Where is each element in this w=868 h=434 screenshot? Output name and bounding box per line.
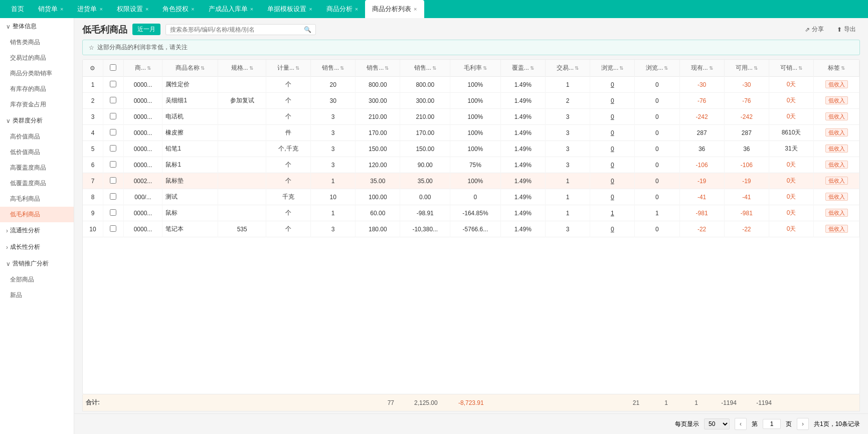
row-checkbox[interactable] <box>103 221 123 237</box>
row-checkbox[interactable] <box>103 125 123 141</box>
col-header-views2[interactable]: 浏览...⇅ <box>635 60 679 77</box>
nav-close-icon[interactable]: × <box>99 6 102 12</box>
export-button[interactable]: ⬆ 导出 <box>833 23 860 36</box>
nav-item-进货单[interactable]: 进货单 × <box>70 0 109 18</box>
col-header-spec[interactable]: 规格...⇅ <box>218 60 266 77</box>
row-spec <box>218 77 266 93</box>
nav-close-icon[interactable]: × <box>414 6 417 12</box>
nav-close-icon[interactable]: × <box>250 6 253 12</box>
row-select-checkbox[interactable] <box>110 161 116 168</box>
row-checkbox[interactable] <box>103 141 123 157</box>
col-header-transactions[interactable]: 交易...⇅ <box>545 60 590 77</box>
row-checkbox[interactable] <box>103 157 123 173</box>
col-header-saleable_days[interactable]: 可销...⇅ <box>769 60 813 77</box>
search-input[interactable] <box>170 26 304 33</box>
sidebar-item-低覆盖度商品[interactable]: 低覆盖度商品 <box>0 176 74 191</box>
row-checkbox[interactable] <box>103 173 123 189</box>
col-header-sales_price[interactable]: 销售...⇅ <box>356 60 400 77</box>
nav-close-icon[interactable]: × <box>60 6 63 12</box>
nav-close-icon[interactable]: × <box>309 6 312 12</box>
row-select-checkbox[interactable] <box>110 145 116 152</box>
per-page-select[interactable]: 50 100 200 <box>704 418 730 429</box>
col-header-settings: ⚙ <box>83 60 103 77</box>
prev-page-button[interactable]: ‹ <box>735 418 747 430</box>
total-info: 共1页，10条记录 <box>814 420 860 428</box>
sidebar-group-整体信息[interactable]: ∨ 整体信息 <box>0 18 74 35</box>
settings-icon[interactable]: ⚙ <box>90 65 95 72</box>
row-select-checkbox[interactable] <box>110 81 116 87</box>
search-box[interactable]: 🔍 <box>165 24 316 35</box>
row-views1[interactable]: 0 <box>590 93 635 109</box>
sidebar-item-全部商品[interactable]: 全部商品 <box>0 272 74 287</box>
sidebar-item-低毛利商品[interactable]: 低毛利商品 <box>0 207 74 222</box>
row-select-checkbox[interactable] <box>110 129 116 135</box>
row-select-checkbox[interactable] <box>110 113 116 119</box>
row-views1[interactable]: 0 <box>590 173 635 189</box>
row-checkbox[interactable] <box>103 189 123 205</box>
col-header-coverage[interactable]: 覆盖...⇅ <box>500 60 545 77</box>
search-icon[interactable]: 🔍 <box>304 26 311 33</box>
nav-item-商品分析[interactable]: 商品分析 × <box>319 0 365 18</box>
row-checkbox[interactable] <box>103 77 123 93</box>
col-header-available_stock[interactable]: 可用...⇅ <box>724 60 769 77</box>
page-number-input[interactable] <box>763 419 781 429</box>
nav-close-icon[interactable]: × <box>145 6 148 12</box>
col-header-views1[interactable]: 浏览...⇅ <box>590 60 635 77</box>
row-views1[interactable]: 0 <box>590 125 635 141</box>
nav-close-icon[interactable]: × <box>355 6 358 12</box>
col-header-gross_margin[interactable]: 毛利率⇅ <box>450 60 501 77</box>
sidebar-item-新品[interactable]: 新品 <box>0 287 74 303</box>
sidebar-item-高毛利商品[interactable]: 高毛利商品 <box>0 191 74 207</box>
row-views1[interactable]: 1 <box>590 205 635 221</box>
row-views1[interactable]: 0 <box>590 221 635 237</box>
next-page-button[interactable]: › <box>797 418 809 430</box>
filter-button[interactable]: 近一月 <box>132 24 160 35</box>
col-header-code[interactable]: 商...⇅ <box>123 60 162 77</box>
row-select-checkbox[interactable] <box>110 225 116 232</box>
sidebar-item-低价值商品[interactable]: 低价值商品 <box>0 144 74 160</box>
row-views1[interactable]: 0 <box>590 157 635 173</box>
row-checkbox[interactable] <box>103 93 123 109</box>
sidebar-group-营销推广分析[interactable]: ∨ 营销推广分析 <box>0 255 74 272</box>
sidebar-item-销售类商品[interactable]: 销售类商品 <box>0 35 74 50</box>
nav-item-权限设置[interactable]: 权限设置 × <box>110 0 155 18</box>
col-header-sales_qty[interactable]: 销售...⇅ <box>311 60 356 77</box>
row-checkbox[interactable] <box>103 109 123 125</box>
sidebar-item-交易过的商品[interactable]: 交易过的商品 <box>0 50 74 66</box>
row-select-checkbox[interactable] <box>110 97 116 103</box>
row-select-checkbox[interactable] <box>110 177 116 184</box>
col-header-tag[interactable]: 标签⇅ <box>814 60 859 77</box>
row-select-checkbox[interactable] <box>110 209 116 216</box>
row-views1[interactable]: 0 <box>590 141 635 157</box>
sort-icon: ⇅ <box>530 65 534 71</box>
sidebar-item-库存资金占用[interactable]: 库存资金占用 <box>0 97 74 112</box>
nav-item-首页[interactable]: 首页 <box>4 0 31 18</box>
sidebar-group-流通性分析[interactable]: › 流通性分析 <box>0 222 74 239</box>
data-table-wrapper[interactable]: ⚙商...⇅商品名称⇅规格...⇅计量...⇅销售...⇅销售...⇅销售...… <box>82 59 860 394</box>
select-all-checkbox[interactable] <box>110 64 116 71</box>
col-header-unit[interactable]: 计量...⇅ <box>266 60 310 77</box>
col-header-name[interactable]: 商品名称⇅ <box>162 60 218 77</box>
row-views1[interactable]: 0 <box>590 109 635 125</box>
nav-item-产成品入库单[interactable]: 产成品入库单 × <box>202 0 260 18</box>
col-header-sales_profit[interactable]: 销售...⇅ <box>400 60 450 77</box>
sidebar-item-商品分类助销率[interactable]: 商品分类助销率 <box>0 66 74 81</box>
row-select-checkbox[interactable] <box>110 193 116 200</box>
nav-item-单据模板设置[interactable]: 单据模板设置 × <box>260 0 319 18</box>
sidebar-item-高覆盖度商品[interactable]: 高覆盖度商品 <box>0 160 74 176</box>
sidebar-item-有库存的商品[interactable]: 有库存的商品 <box>0 81 74 97</box>
sidebar-item-高价值商品[interactable]: 高价值商品 <box>0 129 74 144</box>
nav-close-icon[interactable]: × <box>191 6 194 12</box>
nav-item-角色授权[interactable]: 角色授权 × <box>155 0 201 18</box>
nav-item-销货单[interactable]: 销货单 × <box>31 0 70 18</box>
nav-item-商品分析列表[interactable]: 商品分析列表 × <box>365 0 424 18</box>
sidebar-group-成长性分析[interactable]: › 成长性分析 <box>0 239 74 255</box>
row-views1[interactable]: 0 <box>590 77 635 93</box>
share-button[interactable]: ⇗ 分享 <box>801 23 828 36</box>
row-checkbox[interactable] <box>103 205 123 221</box>
sidebar-group-类群度分析[interactable]: ∨ 类群度分析 <box>0 112 74 129</box>
row-sales-profit: 210.00 <box>400 109 450 125</box>
row-views1[interactable]: 0 <box>590 189 635 205</box>
row-unit: 个 <box>266 93 310 109</box>
col-header-current_stock[interactable]: 现有...⇅ <box>679 60 724 77</box>
